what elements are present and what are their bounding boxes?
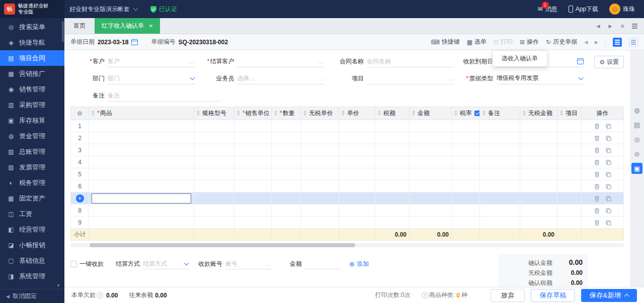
messages-button[interactable]: ✉ 消息 1 [538,5,557,14]
delete-row-icon[interactable] [594,208,600,214]
sidebar-item-sales[interactable]: ◉销售管理 [0,81,64,97]
column-header-1[interactable]: 规格型号 [194,107,234,120]
calendar-icon[interactable] [577,58,584,64]
amount-input[interactable] [305,260,341,267]
horizontal-scrollbar[interactable] [70,243,624,247]
sidebar-item-payroll[interactable]: ◫工资 [0,206,64,222]
lookup-dots-icon[interactable]: ... [263,260,272,267]
contract-name-input[interactable] [367,58,454,65]
save-draft-button[interactable]: 保存草稿 [531,289,575,302]
remark-input[interactable] [108,92,221,99]
delete-row-icon[interactable] [594,183,600,190]
sidebar-item-search[interactable]: ◎搜索菜单 [0,19,64,35]
view-toggle-form-list[interactable] [613,38,622,47]
sidebar-item-purchase[interactable]: ▥采购管理 [0,97,64,113]
select-document-button[interactable]: ▦ 选单 [467,38,487,46]
lookup-dots-icon[interactable]: ... [316,75,325,82]
column-header-5[interactable]: 单价 [339,107,375,120]
sidebar-item-project-contract[interactable]: ▤项目合同 [0,50,64,66]
info-icon[interactable]: ? [422,292,428,298]
lookup-dots-icon[interactable]: ... [445,75,454,82]
tax-rate-checkbox-icon[interactable] [474,111,480,116]
delete-row-icon[interactable] [594,147,600,154]
close-tab-icon[interactable]: × [149,22,153,30]
delete-row-icon[interactable] [594,195,600,202]
column-header-2[interactable]: *销售单位 [234,107,272,120]
delete-row-icon[interactable] [594,220,600,226]
add-row-button[interactable]: + [76,194,84,203]
column-header-10[interactable]: 无税金额 [520,107,557,120]
sort-icon[interactable] [237,111,240,116]
sort-icon[interactable] [523,111,526,116]
sort-icon[interactable] [560,111,564,116]
column-header-7[interactable]: 金额 [410,107,452,120]
document-icon[interactable]: ▤ [631,119,642,130]
column-header-0[interactable]: *商品 [89,107,194,120]
sidebar-item-reimburse[interactable]: ◪小畅报销 [0,237,64,253]
operations-button[interactable]: ⊞ 操作 [520,38,539,46]
sort-icon[interactable] [303,111,307,116]
sidebar-item-tax[interactable]: ◐税务管理 [0,175,64,190]
product-cell-input[interactable] [92,193,191,204]
prev-doc-button[interactable]: ◀ [584,40,588,45]
customer-input[interactable] [108,58,186,65]
chevron-down-icon[interactable] [190,75,195,80]
sort-icon[interactable] [274,111,278,116]
copy-row-icon[interactable] [605,123,612,130]
sort-icon[interactable] [197,111,200,116]
sidebar-scrollbar[interactable] [62,21,64,42]
info-icon[interactable]: ? [97,292,103,298]
next-doc-button[interactable]: ▶ [595,40,598,45]
give-up-button[interactable]: 放弃 [491,289,525,302]
column-header-6[interactable]: 税额 [375,107,410,120]
sort-icon[interactable] [378,111,381,116]
add-payment-line-button[interactable]: ⊕ 添加 [349,260,369,268]
tab-home[interactable]: 首页 [64,18,95,34]
sort-icon[interactable] [412,111,416,116]
scrollbar-thumb[interactable] [90,243,355,247]
copy-row-icon[interactable] [605,208,612,214]
sidebar-item-funds[interactable]: ◍资金管理 [0,128,64,144]
column-header-11[interactable]: 项目 [557,107,582,120]
lookup-dots-icon[interactable]: ... [186,58,195,65]
column-header-9[interactable]: 备注 [480,107,520,120]
settle-customer-input[interactable] [237,58,316,65]
copy-row-icon[interactable] [605,183,612,190]
sidebar-item-operation[interactable]: ◧经营管理 [0,222,64,237]
sidebar-item-fixed-assets[interactable]: ▩固定资产 [0,190,64,206]
user-menu[interactable]: ☺ 珠珠 [609,4,635,15]
sort-icon[interactable] [92,111,95,116]
sidebar-item-system[interactable]: ◨系统管理 [0,268,64,284]
tab-red-income-confirm[interactable]: 红字收入确认单 × [95,18,160,34]
settle-method-select[interactable] [143,258,189,269]
sidebar-item-quick-nav[interactable]: ◈快捷导航 [0,35,64,50]
column-header-3[interactable]: *数量 [272,107,301,120]
sort-icon[interactable] [454,111,458,116]
sort-icon[interactable] [482,111,486,116]
copy-row-icon[interactable] [605,195,612,202]
settings-button[interactable]: ⚙ 设置 [594,56,624,68]
collect-account-input[interactable] [225,260,263,267]
calendar-icon[interactable] [131,39,138,45]
account-selector[interactable]: 好业财专业版演示帐套 [69,5,137,14]
save-and-new-button[interactable]: 保存&新增 [581,289,637,302]
lookup-dots-icon[interactable]: ... [316,58,325,65]
copy-row-icon[interactable] [605,147,612,154]
attachment-icon[interactable]: ⊘ [631,148,642,159]
delete-row-icon[interactable] [594,159,600,166]
tab-prev-button[interactable]: ◀ [593,21,604,32]
sidebar-scroll-down-icon[interactable]: ▼ [56,283,60,288]
history-button[interactable]: ↻ 历史单据 [546,38,577,46]
sort-icon[interactable] [342,111,345,116]
delete-row-icon[interactable] [594,135,600,142]
sidebar-item-marketing[interactable]: ▦营销推广 [0,66,64,81]
column-header-12[interactable]: 操作 [582,107,624,120]
shortcut-keys-button[interactable]: ⌨ 快捷键 [431,38,459,46]
sidebar-item-invoice[interactable]: ▨发票管理 [0,159,64,175]
project-input[interactable] [367,75,445,82]
view-toggle-detail[interactable] [629,38,638,47]
sidebar-item-base-info[interactable]: ▢基础信息 [0,253,64,268]
print-button[interactable]: ⊟ 打印 [494,38,513,46]
bill-type-select[interactable]: 增值税专用发票 [497,72,584,84]
app-download-button[interactable]: App下载 [569,5,598,14]
